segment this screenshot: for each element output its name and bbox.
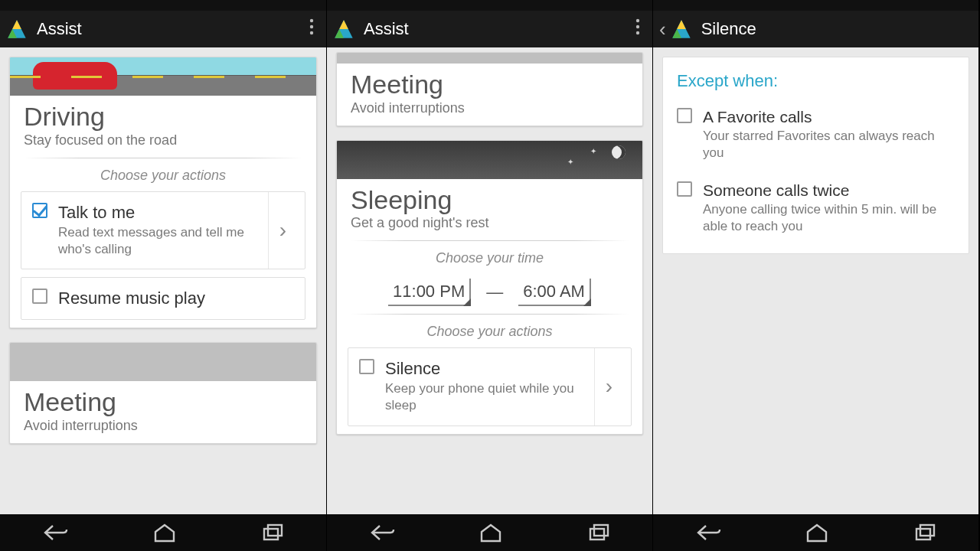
app-bar-title: Assist <box>37 19 303 39</box>
android-nav-bar <box>327 514 652 551</box>
card-driving: Driving Stay focused on the road Choose … <box>9 57 317 328</box>
svg-point-3 <box>310 19 313 22</box>
overflow-menu-button[interactable] <box>303 18 320 40</box>
checkbox-resume-music[interactable] <box>32 289 47 304</box>
svg-point-13 <box>636 31 639 34</box>
nav-home-button[interactable] <box>153 523 176 543</box>
option-resume-music[interactable]: Resume music play <box>21 277 305 320</box>
meeting-hero-image <box>10 343 316 381</box>
overflow-icon <box>635 18 640 35</box>
option-title: Talk to me <box>58 203 260 223</box>
chevron-right-icon[interactable]: › <box>594 348 623 425</box>
svg-point-4 <box>310 25 313 28</box>
option-silence[interactable]: Silence Keep your phone quiet while you … <box>348 347 632 425</box>
setting-description: Anyone calling twice within 5 min. will … <box>703 201 955 235</box>
svg-rect-15 <box>594 525 608 536</box>
card-subtitle: Stay focused on the road <box>24 132 302 148</box>
setting-favorite-calls[interactable]: A Favorite calls Your starred Favorites … <box>674 102 958 175</box>
option-title: Silence <box>385 359 586 379</box>
time-dash: — <box>486 282 503 302</box>
nav-home-button[interactable] <box>805 523 828 543</box>
app-logo-icon <box>671 18 692 40</box>
card-subtitle: Avoid interruptions <box>24 418 302 434</box>
card-title: Meeting <box>24 389 302 416</box>
app-logo-icon <box>6 18 28 40</box>
content-scroll[interactable]: Meeting Avoid interruptions ✦ ✦ Sleeping… <box>327 47 652 514</box>
svg-rect-7 <box>268 525 282 536</box>
option-title: Resume music play <box>58 289 294 308</box>
phone-right: ‹ Silence Except when: A Favorite calls … <box>652 0 978 551</box>
nav-back-button[interactable] <box>695 523 721 543</box>
android-status-bar <box>0 0 326 11</box>
checkbox-calls-twice[interactable] <box>677 181 692 197</box>
svg-rect-14 <box>590 529 604 540</box>
android-status-bar <box>327 0 652 11</box>
star-icon: ✦ <box>590 147 596 155</box>
app-bar: Assist <box>327 11 652 47</box>
chevron-right-icon[interactable]: › <box>268 192 297 269</box>
checkbox-silence[interactable] <box>359 359 374 374</box>
app-logo-icon <box>333 18 354 40</box>
setting-title: A Favorite calls <box>703 108 955 126</box>
overflow-icon <box>309 18 314 35</box>
phone-left: Assist Driving Stay focused on the road … <box>0 0 326 551</box>
app-bar-title: Assist <box>364 19 629 39</box>
svg-rect-19 <box>916 529 930 540</box>
card-title: Meeting <box>351 71 629 99</box>
settings-section-title: Except when: <box>677 71 955 91</box>
android-nav-bar <box>653 514 978 551</box>
overflow-menu-button[interactable] <box>629 18 646 40</box>
card-subtitle: Get a good night's rest <box>351 215 629 231</box>
nav-recents-button[interactable] <box>913 523 936 543</box>
app-bar: ‹ Silence <box>653 11 978 47</box>
option-description: Read text messages and tell me who's cal… <box>58 224 260 258</box>
checkbox-talk-to-me[interactable] <box>32 203 47 218</box>
svg-point-11 <box>636 19 639 22</box>
meeting-hero-image <box>337 53 642 64</box>
svg-point-12 <box>636 25 639 28</box>
silence-settings-card: Except when: A Favorite calls Your starr… <box>662 57 969 254</box>
option-description: Keep your phone quiet while you sleep <box>385 380 586 414</box>
option-talk-to-me[interactable]: Talk to me Read text messages and tell m… <box>21 191 305 269</box>
svg-rect-6 <box>264 529 278 540</box>
app-bar: Assist <box>0 11 326 47</box>
end-time-picker[interactable]: 6:00 AM <box>518 279 591 306</box>
card-sleeping: ✦ ✦ Sleeping Get a good night's rest Cho… <box>336 140 643 435</box>
section-label-actions: Choose your actions <box>10 158 316 191</box>
nav-back-button[interactable] <box>369 523 395 543</box>
card-title: Sleeping <box>351 187 629 214</box>
svg-marker-1 <box>12 20 21 29</box>
nav-recents-button[interactable] <box>261 523 284 543</box>
card-subtitle: Avoid interruptions <box>351 100 629 116</box>
svg-rect-20 <box>920 525 934 536</box>
moon-icon <box>612 145 626 159</box>
setting-title: Someone calls twice <box>703 181 955 200</box>
card-title: Driving <box>24 103 302 131</box>
card-meeting-preview[interactable]: Meeting Avoid interruptions <box>9 342 317 444</box>
star-icon: ✦ <box>567 158 573 166</box>
card-meeting[interactable]: Meeting Avoid interruptions <box>336 52 643 126</box>
setting-description: Your starred Favorites can always reach … <box>703 128 955 161</box>
svg-marker-17 <box>677 20 686 29</box>
app-bar-title: Silence <box>701 19 972 39</box>
setting-calls-twice[interactable]: Someone calls twice Anyone calling twice… <box>674 175 958 249</box>
back-button[interactable]: ‹ <box>659 19 671 39</box>
checkbox-favorite-calls[interactable] <box>677 108 692 123</box>
section-label-time: Choose your time <box>337 241 642 274</box>
nav-recents-button[interactable] <box>587 523 610 543</box>
nav-home-button[interactable] <box>479 523 502 543</box>
three-phone-row: Assist Driving Stay focused on the road … <box>0 0 980 551</box>
phone-middle: Assist Meeting Avoid interruptions ✦ ✦ <box>326 0 652 551</box>
svg-point-5 <box>310 31 313 34</box>
android-nav-bar <box>0 514 326 551</box>
start-time-picker[interactable]: 11:00 PM <box>388 279 471 306</box>
svg-marker-9 <box>339 20 348 29</box>
android-status-bar <box>653 0 978 11</box>
nav-back-button[interactable] <box>42 523 68 543</box>
sleeping-hero-image: ✦ ✦ <box>337 141 642 179</box>
driving-hero-image <box>10 57 316 96</box>
time-range-row: 11:00 PM — 6:00 AM <box>337 274 642 314</box>
content-scroll[interactable]: Except when: A Favorite calls Your starr… <box>653 47 978 514</box>
content-scroll[interactable]: Driving Stay focused on the road Choose … <box>0 47 326 514</box>
section-label-actions: Choose your actions <box>337 315 642 347</box>
